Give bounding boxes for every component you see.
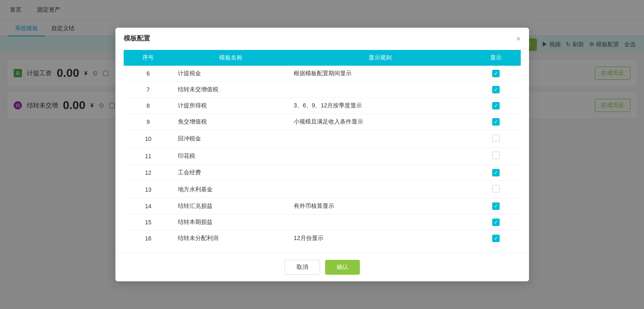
dialog-close-button[interactable]: × bbox=[516, 35, 521, 43]
cell-rule-4 bbox=[289, 130, 471, 147]
cell-name-7: 地方水利基金 bbox=[173, 181, 289, 198]
col-header-show: 显示 bbox=[471, 50, 520, 66]
checkbox-8[interactable]: ✓ bbox=[492, 202, 500, 210]
table-row: 12工会经费✓ bbox=[124, 165, 521, 181]
dialog-header: 模板配置 × bbox=[115, 28, 529, 50]
cell-check-7 bbox=[471, 181, 520, 198]
cell-name-8: 结转汇兑损益 bbox=[173, 198, 289, 214]
cell-index-4: 10 bbox=[124, 130, 173, 147]
dialog-footer: 取消 确认 bbox=[115, 253, 529, 281]
table-row: 9免交增值税小规模且满足收入条件显示✓ bbox=[124, 114, 521, 130]
cell-rule-1 bbox=[289, 82, 471, 98]
cell-index-5: 11 bbox=[124, 147, 173, 165]
template-config-dialog: 模板配置 × 序号 模板名称 显示规则 显示 6计提税金根据模板配置期间显示✓7… bbox=[115, 28, 529, 281]
table-body: 6计提税金根据模板配置期间显示✓7结转未交增值税✓8计提所得税3、6、9、12月… bbox=[124, 66, 521, 246]
checkbox-1[interactable]: ✓ bbox=[492, 86, 500, 93]
cell-check-6: ✓ bbox=[471, 165, 520, 181]
checkbox-3[interactable]: ✓ bbox=[492, 118, 500, 126]
table-header: 序号 模板名称 显示规则 显示 bbox=[124, 50, 521, 66]
cell-check-9: ✓ bbox=[471, 214, 520, 231]
config-table: 序号 模板名称 显示规则 显示 6计提税金根据模板配置期间显示✓7结转未交增值税… bbox=[124, 50, 521, 246]
table-row: 16结转未分配利润12月份显示✓ bbox=[124, 231, 521, 247]
table-row: 7结转未交增值税✓ bbox=[124, 82, 521, 98]
col-header-rule: 显示规则 bbox=[289, 50, 471, 66]
cell-name-0: 计提税金 bbox=[173, 66, 289, 82]
cell-index-7: 13 bbox=[124, 181, 173, 198]
cell-check-1: ✓ bbox=[471, 82, 520, 98]
table-row: 13地方水利基金 bbox=[124, 181, 521, 198]
cell-index-8: 14 bbox=[124, 198, 173, 214]
cell-index-1: 7 bbox=[124, 82, 173, 98]
cell-rule-0: 根据模板配置期间显示 bbox=[289, 66, 471, 82]
cell-name-5: 印花税 bbox=[173, 147, 289, 165]
cell-rule-6 bbox=[289, 165, 471, 181]
cell-index-2: 8 bbox=[124, 98, 173, 114]
cell-name-2: 计提所得税 bbox=[173, 98, 289, 114]
table-row: 15结转本期损益✓ bbox=[124, 214, 521, 231]
cell-name-3: 免交增值税 bbox=[173, 114, 289, 130]
cell-name-9: 结转本期损益 bbox=[173, 214, 289, 231]
cell-name-6: 工会经费 bbox=[173, 165, 289, 181]
cell-index-6: 12 bbox=[124, 165, 173, 181]
cell-index-9: 15 bbox=[124, 214, 173, 231]
cell-check-8: ✓ bbox=[471, 198, 520, 214]
col-header-index: 序号 bbox=[124, 50, 173, 66]
table-row: 11印花税 bbox=[124, 147, 521, 165]
checkbox-5[interactable] bbox=[492, 152, 500, 159]
cancel-button[interactable]: 取消 bbox=[285, 260, 320, 275]
cell-rule-10: 12月份显示 bbox=[289, 231, 471, 247]
checkbox-10[interactable]: ✓ bbox=[492, 235, 500, 242]
cell-rule-7 bbox=[289, 181, 471, 198]
cell-check-3: ✓ bbox=[471, 114, 520, 130]
cell-name-4: 回冲税金 bbox=[173, 130, 289, 147]
checkbox-0[interactable]: ✓ bbox=[492, 70, 500, 77]
cell-check-5 bbox=[471, 147, 520, 165]
cell-check-2: ✓ bbox=[471, 98, 520, 114]
checkbox-4[interactable] bbox=[492, 134, 500, 142]
cell-rule-2: 3、6、9、12月按季度显示 bbox=[289, 98, 471, 114]
confirm-button[interactable]: 确认 bbox=[325, 260, 360, 275]
cell-rule-5 bbox=[289, 147, 471, 165]
cell-name-10: 结转未分配利润 bbox=[173, 231, 289, 247]
dialog-body: 序号 模板名称 显示规则 显示 6计提税金根据模板配置期间显示✓7结转未交增值税… bbox=[115, 50, 529, 253]
cell-index-0: 6 bbox=[124, 66, 173, 82]
table-row: 6计提税金根据模板配置期间显示✓ bbox=[124, 66, 521, 82]
col-header-name: 模板名称 bbox=[173, 50, 289, 66]
cell-index-3: 9 bbox=[124, 114, 173, 130]
table-row: 8计提所得税3、6、9、12月按季度显示✓ bbox=[124, 98, 521, 114]
cell-check-4 bbox=[471, 130, 520, 147]
table-row: 14结转汇兑损益有外币核算显示✓ bbox=[124, 198, 521, 214]
checkbox-6[interactable]: ✓ bbox=[492, 169, 500, 176]
cell-check-0: ✓ bbox=[471, 66, 520, 82]
cell-index-10: 16 bbox=[124, 231, 173, 247]
cell-check-10: ✓ bbox=[471, 231, 520, 247]
checkbox-2[interactable]: ✓ bbox=[492, 102, 500, 109]
cell-rule-3: 小规模且满足收入条件显示 bbox=[289, 114, 471, 130]
cell-rule-8: 有外币核算显示 bbox=[289, 198, 471, 214]
cell-name-1: 结转未交增值税 bbox=[173, 82, 289, 98]
checkbox-7[interactable] bbox=[492, 185, 500, 193]
cell-rule-9 bbox=[289, 214, 471, 231]
table-header-row: 序号 模板名称 显示规则 显示 bbox=[124, 50, 521, 66]
table-row: 10回冲税金 bbox=[124, 130, 521, 147]
dialog-title: 模板配置 bbox=[124, 34, 150, 43]
modal-overlay: 模板配置 × 序号 模板名称 显示规则 显示 6计提税金根据模板配置期间显示✓7… bbox=[0, 0, 644, 309]
checkbox-9[interactable]: ✓ bbox=[492, 219, 500, 226]
